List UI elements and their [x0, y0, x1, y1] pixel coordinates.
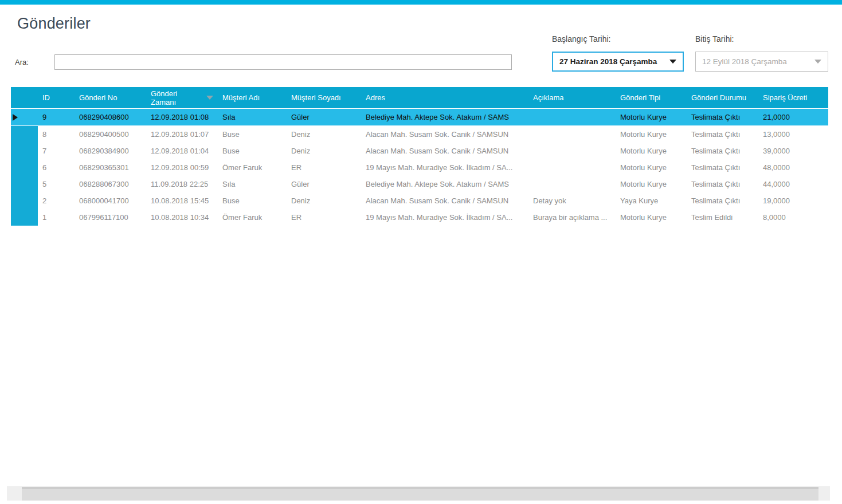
cell-gonderi-no: 067996117100 [75, 209, 146, 226]
column-header-gonderi-zamani[interactable]: Gönderi Zamanı [146, 87, 218, 108]
cell-siparis-ucreti: 39,0000 [758, 143, 828, 159]
cell-gonderi-zamani: 11.09.2018 22:25 [146, 176, 218, 192]
end-date-picker[interactable]: 12 Eylül 2018 Çarşamba [695, 52, 828, 72]
cell-gonderi-no: 068290400500 [75, 126, 146, 143]
column-header-label: Gönderi Zamanı [151, 89, 204, 107]
cell-gonderi-durumu: Teslimata Çıktı [687, 159, 758, 176]
cell-musteri-adi: Sıla [218, 176, 287, 192]
search-input[interactable] [54, 54, 512, 70]
cell-adres: Alacan Mah. Susam Sok. Canik / SAMSUN [361, 192, 528, 209]
cell-gonderi-zamani: 12.09.2018 00:59 [146, 159, 218, 176]
cell-gonderi-no: 068290408600 [75, 109, 146, 125]
cell-adres: 19 Mayıs Mah. Muradiye Sok. İlkadım / SA… [361, 159, 528, 176]
cell-musteri-soyadi: Güler [287, 109, 361, 125]
cell-id: 1 [38, 209, 75, 226]
column-header-aciklama[interactable]: Açıklama [528, 87, 616, 108]
cell-gonderi-no: 068290384900 [75, 143, 146, 159]
cell-musteri-adi: Ömer Faruk [218, 209, 287, 226]
cell-gonderi-durumu: Teslimata Çıktı [687, 192, 758, 209]
cell-siparis-ucreti: 44,0000 [758, 176, 828, 192]
cell-aciklama: Buraya bir açıklama ... [528, 209, 616, 226]
cell-gonderi-zamani: 12.09.2018 01:04 [146, 143, 218, 159]
cell-gonderi-durumu: Teslimata Çıktı [687, 143, 758, 159]
start-date-picker[interactable]: 27 Haziran 2018 Çarşamba [552, 52, 684, 72]
row-selector-arrow-icon [13, 114, 18, 121]
cell-musteri-adi: Buse [218, 143, 287, 159]
shipments-table: ID Gönderi No Gönderi Zamanı Müşteri Adı… [11, 87, 828, 226]
cell-gonderi-durumu: Teslimata Çıktı [687, 109, 758, 125]
column-header-gonderi-durumu[interactable]: Gönderi Durumu [687, 87, 758, 108]
chevron-down-icon [669, 60, 676, 64]
row-selector[interactable] [11, 143, 38, 159]
row-selector[interactable] [11, 126, 38, 143]
cell-adres: Belediye Mah. Aktepe Sok. Atakum / SAMS [361, 109, 528, 125]
table-row[interactable]: 2 068000041700 10.08.2018 15:45 Buse Den… [11, 192, 828, 209]
cell-gonderi-tipi: Motorlu Kurye [616, 176, 687, 192]
end-date-value: 12 Eylül 2018 Çarşamba [702, 57, 787, 66]
cell-gonderi-zamani: 10.08.2018 10:34 [146, 209, 218, 226]
cell-aciklama [528, 109, 616, 125]
table-row[interactable]: 7 068290384900 12.09.2018 01:04 Buse Den… [11, 143, 828, 159]
cell-gonderi-zamani: 12.09.2018 01:08 [146, 109, 218, 125]
table-row[interactable]: 6 068290365301 12.09.2018 00:59 Ömer Far… [11, 159, 828, 176]
column-header-gonderi-no[interactable]: Gönderi No [75, 87, 146, 108]
cell-id: 8 [38, 126, 75, 143]
column-header-musteri-adi[interactable]: Müşteri Adı [218, 87, 287, 108]
row-selector[interactable] [11, 176, 38, 192]
cell-gonderi-durumu: Teslimata Çıktı [687, 176, 758, 192]
cell-musteri-adi: Buse [218, 126, 287, 143]
cell-musteri-adi: Ömer Faruk [218, 159, 287, 176]
cell-adres: Alacan Mah. Susam Sok. Canik / SAMSUN [361, 143, 528, 159]
table-row[interactable]: 9 068290408600 12.09.2018 01:08 Sıla Gül… [11, 109, 828, 126]
table-row[interactable]: 5 068288067300 11.09.2018 22:25 Sıla Gül… [11, 176, 828, 192]
cell-id: 5 [38, 176, 75, 192]
row-selector[interactable] [11, 192, 38, 209]
sort-descending-icon [206, 96, 213, 100]
column-header-gonderi-tipi[interactable]: Gönderi Tipi [616, 87, 687, 108]
cell-siparis-ucreti: 13,0000 [758, 126, 828, 143]
cell-id: 9 [38, 109, 75, 125]
cell-adres: Belediye Mah. Aktepe Sok. Atakum / SAMS [361, 176, 528, 192]
cell-id: 6 [38, 159, 75, 176]
column-header-musteri-soyadi[interactable]: Müşteri Soyadı [287, 87, 361, 108]
horizontal-scrollbar-thumb[interactable] [22, 487, 818, 501]
chevron-down-icon [814, 60, 821, 64]
cell-musteri-soyadi: ER [287, 159, 361, 176]
page-title: Gönderiler [17, 15, 91, 33]
table-row[interactable]: 1 067996117100 10.08.2018 10:34 Ömer Far… [11, 209, 828, 226]
cell-musteri-soyadi: Deniz [287, 126, 361, 143]
cell-musteri-adi: Sıla [218, 109, 287, 125]
end-date-label: Bitiş Tarihi: [695, 34, 734, 44]
column-header-id[interactable]: ID [38, 87, 75, 108]
column-header-adres[interactable]: Adres [361, 87, 528, 108]
cell-adres: Alacan Mah. Susam Sok. Canik / SAMSUN [361, 126, 528, 143]
cell-adres: 19 Mayıs Mah. Muradiye Sok. İlkadım / SA… [361, 209, 528, 226]
table-body: 9 068290408600 12.09.2018 01:08 Sıla Gül… [11, 109, 828, 226]
cell-gonderi-tipi: Motorlu Kurye [616, 209, 687, 226]
cell-gonderi-durumu: Teslim Edildi [687, 209, 758, 226]
cell-siparis-ucreti: 48,0000 [758, 159, 828, 176]
row-selector[interactable] [11, 209, 38, 226]
cell-gonderi-zamani: 12.09.2018 01:07 [146, 126, 218, 143]
search-label: Ara: [15, 58, 29, 66]
cell-musteri-adi: Buse [218, 192, 287, 209]
cell-siparis-ucreti: 19,0000 [758, 192, 828, 209]
cell-aciklama [528, 126, 616, 143]
start-date-value: 27 Haziran 2018 Çarşamba [559, 57, 657, 66]
table-header-row: ID Gönderi No Gönderi Zamanı Müşteri Adı… [11, 87, 828, 109]
horizontal-scrollbar[interactable] [7, 486, 830, 501]
cell-musteri-soyadi: Deniz [287, 143, 361, 159]
cell-siparis-ucreti: 21,0000 [758, 109, 828, 125]
column-header-siparis-ucreti[interactable]: Sipariş Ücreti [758, 87, 828, 108]
cell-gonderi-no: 068000041700 [75, 192, 146, 209]
cell-aciklama [528, 159, 616, 176]
row-selector[interactable] [11, 109, 38, 125]
row-selector[interactable] [11, 159, 38, 176]
table-row[interactable]: 8 068290400500 12.09.2018 01:07 Buse Den… [11, 126, 828, 143]
cell-musteri-soyadi: Deniz [287, 192, 361, 209]
cell-gonderi-tipi: Yaya Kurye [616, 192, 687, 209]
cell-musteri-soyadi: ER [287, 209, 361, 226]
cell-gonderi-tipi: Motorlu Kurye [616, 143, 687, 159]
cell-gonderi-tipi: Motorlu Kurye [616, 109, 687, 125]
cell-aciklama [528, 143, 616, 159]
